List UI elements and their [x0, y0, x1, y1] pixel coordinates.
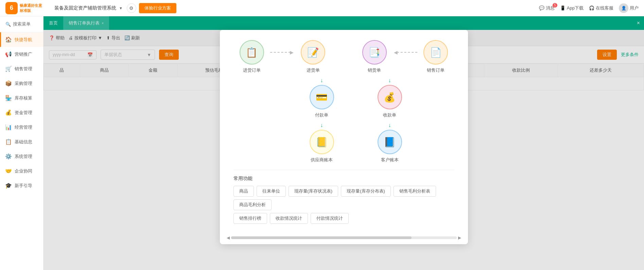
sidebar-label-finance: 资金管理: [15, 110, 32, 116]
newbie-icon: 🎓: [5, 182, 12, 189]
flow-node-payment[interactable]: 💳 付款单: [301, 85, 342, 118]
sidebar-label-quick-nav: 快捷导航: [15, 37, 32, 43]
logo-text: 畅康通好生意 标准版: [20, 3, 42, 13]
purchase-order-icon: 📋: [240, 40, 264, 65]
sidebar-label-basic-info: 基础信息: [15, 139, 32, 145]
basic-info-icon: 📋: [5, 139, 12, 145]
sales-icon: 🛒: [5, 66, 12, 72]
common-buttons-row2: 销售排行榜收款情况统计付款情况统计: [233, 213, 454, 224]
settings-icon[interactable]: ⚙: [127, 3, 136, 13]
logo-icon: 6: [5, 2, 18, 14]
sidebar-item-basic-info[interactable]: 📋基础信息: [0, 134, 43, 149]
search-icon: 🔍: [5, 22, 11, 27]
service-icon: 🎧: [589, 5, 594, 11]
scroll-left-arrow[interactable]: ◀: [227, 235, 230, 240]
sales-bill-icon: 📑: [362, 40, 387, 65]
scrollbar-thumb[interactable]: [231, 236, 412, 239]
flow-node-customer-ledger[interactable]: 📘 客户账本: [369, 130, 410, 163]
common-btn-2[interactable]: 现存量(库存状况表): [289, 186, 338, 197]
customer-ledger-label: 客户账本: [381, 157, 399, 163]
receipt-icon: 💰: [378, 85, 402, 109]
payment-icon: 💳: [310, 85, 334, 109]
download-icon: 📱: [560, 5, 565, 11]
flow-node-purchase-bill[interactable]: 📝 进货单: [295, 40, 331, 73]
user-avatar: 👤: [619, 3, 628, 13]
sales-bill-label: 销货单: [368, 67, 381, 73]
common-btn-1[interactable]: 往来单位: [257, 186, 286, 197]
sidebar-search-area[interactable]: 🔍 搜索菜单: [0, 16, 43, 32]
purchase-bill-icon: 📝: [301, 40, 325, 65]
common-buttons-row1: 商品往来单位现存量(库存状况表)现存量(库存分布表)销售毛利分析表商品毛利分析: [233, 186, 454, 210]
finance-icon: 💰: [5, 109, 12, 116]
common-btn-4[interactable]: 销售毛利分析表: [394, 186, 436, 197]
logo-area: 6 畅康通好生意 标准版: [5, 2, 49, 14]
sidebar-item-enterprise[interactable]: 🤝企业协同: [0, 164, 43, 178]
flow-node-sales-bill[interactable]: 📑 销货单: [356, 40, 393, 73]
system-title-dropdown[interactable]: ▼: [119, 6, 123, 10]
common-btn-7[interactable]: 收款情况统计: [270, 213, 308, 224]
sidebar-item-operations[interactable]: 📊经营管理: [0, 120, 43, 134]
content-area: 首页 销售订单执行表 × × ❓ 帮助 🖨 按模板打印 ▼: [43, 16, 644, 270]
system-title: 装备及固定资产辅助管理系统 ▼ ⚙: [54, 3, 136, 13]
inventory-icon: 🏪: [5, 95, 12, 101]
message-button[interactable]: 💬 消息 5: [539, 5, 555, 11]
common-btn-5[interactable]: 商品毛利分析: [233, 199, 272, 210]
sidebar-item-quick-nav[interactable]: 🏠快捷导航: [0, 32, 43, 47]
marketing-icon: 📢: [5, 51, 12, 57]
scroll-right-arrow[interactable]: ▶: [458, 235, 461, 240]
receipt-label: 收款单: [383, 112, 396, 118]
sidebar-label-enterprise: 企业协同: [15, 168, 32, 174]
quick-nav-modal: 📋 进货订单 ▶: [220, 30, 468, 244]
flow-node-purchase-order[interactable]: 📋 进货订单: [233, 40, 270, 73]
quick-nav-icon: 🏠: [5, 36, 12, 43]
v-arrow-receipt: ↓: [388, 121, 391, 130]
flow-node-receipt[interactable]: 💰 收款单: [369, 85, 410, 118]
payment-label: 付款单: [315, 112, 328, 118]
common-btn-3[interactable]: 现存量(库存分布表): [341, 186, 391, 197]
message-icon: 💬: [539, 5, 544, 11]
user-area[interactable]: 👤 用户: [619, 3, 639, 13]
sidebar-label-sales: 销售管理: [15, 66, 32, 72]
common-functions-title: 常用功能: [233, 176, 454, 182]
trial-button[interactable]: 体验行业方案: [139, 3, 176, 13]
message-badge: 5: [553, 3, 557, 7]
sidebar-item-marketing[interactable]: 📢营销推广: [0, 47, 43, 61]
enterprise-icon: 🤝: [5, 168, 12, 174]
system-icon: ⚙️: [5, 153, 12, 160]
common-btn-8[interactable]: 付款情况统计: [311, 213, 349, 224]
operations-icon: 📊: [5, 124, 12, 130]
sidebar-label-inventory: 库存核算: [15, 95, 32, 101]
sidebar-item-system[interactable]: ⚙️系统管理: [0, 149, 43, 164]
common-btn-0[interactable]: 商品: [233, 186, 254, 197]
customer-ledger-icon: 📘: [378, 130, 402, 154]
sales-order-label: 销售订单: [427, 67, 445, 73]
v-arrow-sales: ↓: [388, 76, 391, 85]
purchase-order-label: 进货订单: [243, 67, 261, 73]
supplier-ledger-icon: 📒: [310, 130, 334, 154]
flow-node-sales-order[interactable]: 📄 销售订单: [417, 40, 454, 73]
search-menu-button[interactable]: 🔍 搜索菜单: [3, 20, 40, 29]
sidebar-item-sales[interactable]: 🛒销售管理: [0, 61, 43, 76]
v-arrow-purchase: ↓: [320, 76, 323, 85]
modal-overlay[interactable]: 📋 进货订单 ▶: [43, 16, 644, 270]
common-functions-section: 常用功能 商品往来单位现存量(库存状况表)现存量(库存分布表)销售毛利分析表商品…: [233, 170, 454, 224]
sidebar-label-newbie: 新手引导: [15, 183, 32, 189]
v-arrow-payment: ↓: [320, 121, 323, 130]
sidebar-item-finance[interactable]: 💰资金管理: [0, 105, 43, 120]
supplier-ledger-label: 供应商账本: [311, 157, 333, 163]
sidebar: 🔍 搜索菜单 🏠快捷导航📢营销推广🛒销售管理📦采购管理🏪库存核算💰资金管理📊经营…: [0, 16, 43, 270]
common-btn-6[interactable]: 销售排行榜: [233, 213, 267, 224]
sidebar-label-purchase: 采购管理: [15, 80, 32, 87]
purchase-icon: 📦: [5, 80, 12, 87]
sidebar-item-inventory[interactable]: 🏪库存核算: [0, 91, 43, 105]
app-download-button[interactable]: 📱 App下载: [560, 5, 584, 11]
sidebar-label-operations: 经营管理: [15, 124, 32, 130]
sales-order-icon: 📄: [423, 40, 448, 65]
flow-node-supplier-ledger[interactable]: 📒 供应商账本: [301, 130, 342, 163]
top-right-area: 💬 消息 5 📱 App下载 🎧 在线客服 👤 用户: [539, 3, 639, 13]
online-service-button[interactable]: 🎧 在线客服: [589, 5, 613, 11]
sidebar-item-newbie[interactable]: 🎓新手引导: [0, 178, 43, 193]
sidebar-label-system: 系统管理: [15, 154, 32, 160]
sidebar-item-purchase[interactable]: 📦采购管理: [0, 76, 43, 91]
sidebar-nav: 🏠快捷导航📢营销推广🛒销售管理📦采购管理🏪库存核算💰资金管理📊经营管理📋基础信息…: [0, 32, 43, 193]
